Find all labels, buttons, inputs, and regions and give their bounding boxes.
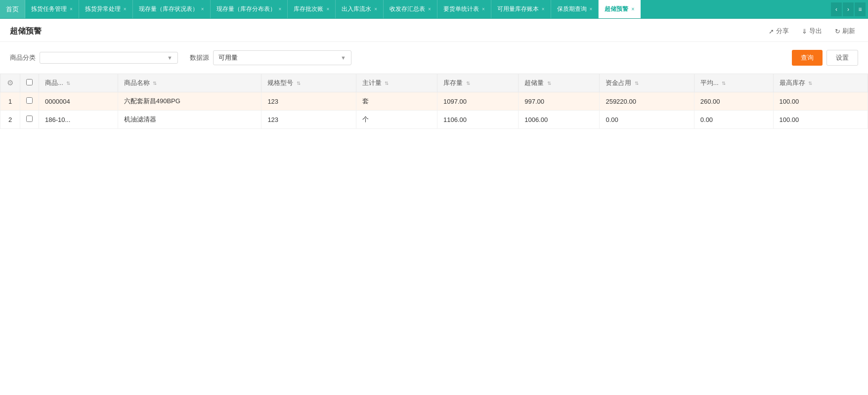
nav-tab-inout-flow[interactable]: 出入库流水 × — [336, 0, 384, 19]
share-label: 分享 — [776, 27, 789, 36]
max-stock-cell: 100.00 — [773, 111, 868, 129]
stock-qty-cell: 1097.00 — [437, 92, 518, 111]
category-select[interactable]: ▼ — [40, 52, 178, 64]
overstock-table: ⚙ 商品... ⇅ 商品名称 ⇅ 规格型号 ⇅ — [0, 74, 868, 129]
page-title: 超储预警 — [10, 26, 42, 37]
nav-tab-task-mgmt-label: 拣货任务管理 — [31, 5, 67, 13]
nav-tab-overstock-label: 超储预警 — [605, 5, 628, 13]
col-max-stock-label: 最高库存 — [780, 79, 805, 86]
nav-prev-button[interactable]: ‹ — [831, 2, 842, 16]
nav-tab-stock-dist-label: 现存量（库存分布表） — [217, 5, 276, 13]
col-settings[interactable]: ⚙ — [0, 74, 20, 92]
col-avg-label: 平均... — [700, 79, 719, 86]
nav-tab-quality-label: 保质期查询 — [557, 5, 587, 13]
nav-tab-batch[interactable]: 库存批次账 × — [288, 0, 336, 19]
datasource-label: 数据源 — [190, 53, 209, 62]
col-product-code[interactable]: 商品... ⇅ — [39, 74, 118, 92]
sort-icon-unit: ⇅ — [385, 80, 389, 86]
select-all-checkbox[interactable] — [26, 79, 33, 85]
nav-tab-stock-status[interactable]: 现存量（库存状况表） × — [133, 0, 211, 19]
nav-next-button[interactable]: › — [843, 2, 854, 16]
close-tab-task-mgmt[interactable]: × — [70, 6, 73, 12]
capital-used-cell: 0.00 — [600, 111, 694, 129]
nav-tab-stock-dist[interactable]: 现存量（库存分布表） × — [211, 0, 288, 19]
close-tab-available[interactable]: × — [542, 6, 545, 12]
col-capital-used[interactable]: 资金占用 ⇅ — [600, 74, 694, 92]
close-tab-overstock[interactable]: × — [631, 6, 634, 12]
overstock-qty-cell: 997.00 — [519, 92, 600, 111]
nav-tab-abnormal-label: 拣货异常处理 — [85, 5, 121, 13]
nav-tab-collect-summary-label: 收发存汇总表 — [390, 5, 425, 13]
nav-tab-stock-status-label: 现存量（库存状况表） — [139, 5, 198, 13]
checkbox-cell[interactable] — [20, 92, 39, 111]
close-tab-collect-summary[interactable]: × — [428, 6, 431, 12]
page-container: 超储预警 ➚ 分享 ⇓ 导出 ↻ 刷新 商品分类 ▼ 数据源 — [0, 19, 868, 395]
sort-icon-product-name: ⇅ — [153, 80, 157, 86]
sort-icon-stock-qty: ⇅ — [466, 80, 470, 86]
product-name-cell: 机油滤清器 — [118, 111, 261, 129]
unit-cell: 个 — [356, 111, 437, 129]
nav-tab-overstock[interactable]: 超储预警 × — [599, 0, 641, 19]
table-row: 10000004六配套新昌490BPG123套1097.00997.002592… — [0, 92, 868, 111]
col-product-code-label: 商品... — [45, 79, 63, 86]
spec-cell: 123 — [261, 111, 356, 129]
gear-icon[interactable]: ⚙ — [7, 79, 13, 87]
close-tab-order-stat[interactable]: × — [482, 6, 485, 12]
sort-icon-max-stock: ⇅ — [808, 80, 812, 86]
sort-icon-avg: ⇅ — [722, 80, 726, 86]
product-code-cell: 186-10... — [39, 111, 118, 129]
nav-tab-available-label: 可用量库存账本 — [497, 5, 539, 13]
nav-tab-available[interactable]: 可用量库存账本 × — [491, 0, 551, 19]
export-label: 导出 — [809, 27, 822, 36]
category-label: 商品分类 — [10, 53, 36, 62]
row-checkbox[interactable] — [26, 116, 33, 122]
col-stock-qty-label: 库存量 — [443, 79, 463, 86]
header-actions: ➚ 分享 ⇓ 导出 ↻ 刷新 — [766, 26, 858, 37]
filter-category: 商品分类 ▼ — [10, 52, 178, 64]
nav-tab-abnormal[interactable]: 拣货异常处理 × — [79, 0, 133, 19]
row-num-cell: 2 — [0, 111, 20, 129]
filter-datasource: 数据源 可用量 ▼ — [190, 50, 351, 65]
close-tab-abnormal[interactable]: × — [124, 6, 127, 12]
close-tab-stock-status[interactable]: × — [201, 6, 204, 12]
export-button[interactable]: ⇓ 导出 — [799, 26, 825, 37]
close-tab-batch[interactable]: × — [326, 6, 329, 12]
datasource-select[interactable]: 可用量 ▼ — [213, 50, 351, 65]
nav-tab-home-label: 首页 — [6, 5, 19, 14]
col-capital-used-label: 资金占用 — [606, 79, 631, 86]
row-checkbox[interactable] — [26, 97, 33, 104]
nav-tab-quality[interactable]: 保质期查询 × — [551, 0, 599, 19]
nav-tab-order-stat[interactable]: 要货单统计表 × — [437, 0, 491, 19]
nav-tab-task-mgmt[interactable]: 拣货任务管理 × — [25, 0, 79, 19]
nav-menu-button[interactable]: ≡ — [855, 2, 866, 16]
filter-actions: 查询 设置 — [792, 50, 858, 66]
share-button[interactable]: ➚ 分享 — [766, 26, 792, 37]
avg-cell: 260.00 — [694, 92, 773, 111]
capital-used-cell: 259220.00 — [600, 92, 694, 111]
col-overstock-qty[interactable]: 超储量 ⇅ — [519, 74, 600, 92]
nav-tab-collect-summary[interactable]: 收发存汇总表 × — [384, 0, 437, 19]
col-avg[interactable]: 平均... ⇅ — [694, 74, 773, 92]
col-unit[interactable]: 主计量 ⇅ — [356, 74, 437, 92]
close-tab-quality[interactable]: × — [590, 6, 593, 12]
col-product-name[interactable]: 商品名称 ⇅ — [118, 74, 261, 92]
datasource-value: 可用量 — [218, 53, 238, 62]
col-product-name-label: 商品名称 — [124, 79, 150, 86]
product-name-cell: 六配套新昌490BPG — [118, 92, 261, 111]
share-icon: ➚ — [769, 28, 774, 35]
close-tab-stock-dist[interactable]: × — [279, 6, 282, 12]
col-overstock-qty-label: 超储量 — [524, 79, 544, 86]
settings-button[interactable]: 设置 — [826, 50, 858, 66]
col-spec[interactable]: 规格型号 ⇅ — [261, 74, 356, 92]
nav-tab-home[interactable]: 首页 — [0, 0, 25, 19]
top-navigation: 首页 拣货任务管理 × 拣货异常处理 × 现存量（库存状况表） × 现存量（库存… — [0, 0, 868, 19]
col-stock-qty[interactable]: 库存量 ⇅ — [437, 74, 518, 92]
col-max-stock[interactable]: 最高库存 ⇅ — [773, 74, 868, 92]
close-tab-inout-flow[interactable]: × — [374, 6, 377, 12]
checkbox-cell[interactable] — [20, 111, 39, 129]
nav-tab-order-stat-label: 要货单统计表 — [443, 5, 479, 13]
col-spec-label: 规格型号 — [267, 79, 293, 86]
refresh-button[interactable]: ↻ 刷新 — [832, 26, 858, 37]
row-num-cell: 1 — [0, 92, 20, 111]
query-button[interactable]: 查询 — [792, 50, 823, 66]
